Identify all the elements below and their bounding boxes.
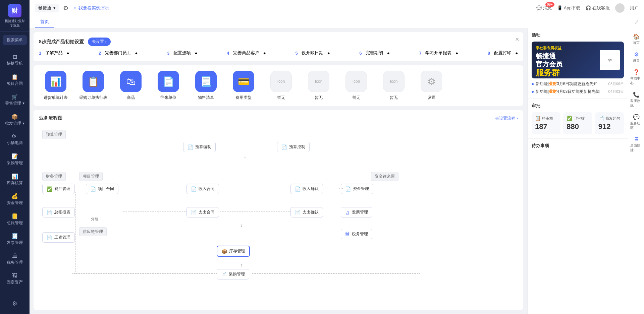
quick-icon-0[interactable]: 📊 进货单统计表 [39, 71, 72, 101]
node-income-confirm[interactable]: 📄 收入确认 [290, 184, 323, 194]
right-quick-item-1[interactable]: ⚙ 设置 [629, 49, 644, 66]
right-quick-item-2[interactable]: ❓ 帮助中心 [629, 66, 644, 88]
sidebar-item-1[interactable]: 📋 项目合同 [2, 70, 28, 90]
sidebar-item-6[interactable]: 📊 库存核算 [2, 170, 28, 189]
sidebar-item-11[interactable]: 🏗 固定资产 [2, 269, 28, 289]
todo-section: 待办事项 [528, 139, 628, 156]
sidebar-item-9[interactable]: 🧾 发票管理 [2, 230, 28, 249]
tab-expand-icon[interactable]: ⤢ [634, 19, 639, 25]
sidebar-search[interactable]: 搜索菜单 [0, 32, 30, 48]
node-inventory[interactable]: 📦 库存管理 [217, 246, 250, 257]
line-confirm-capital [327, 188, 341, 188]
sidebar-item-10[interactable]: 🏛 税务管理 [2, 250, 28, 269]
user-avatar[interactable] [615, 3, 625, 13]
flow-settings-link[interactable]: 去设置流程 › [495, 116, 518, 121]
node-asset[interactable]: ✅ 资产管理 [42, 184, 75, 194]
setup-step-line-2 [199, 53, 226, 53]
quick-icon-9[interactable]: Icon 暂无 [377, 71, 411, 101]
sidebar-item-5[interactable]: 📝 采购管理 [2, 150, 28, 169]
purchase-icon: 📄 [221, 272, 227, 277]
quick-icon-3[interactable]: 📄 往来单位 [152, 71, 185, 101]
setup-step-line-6 [460, 53, 486, 53]
activity-title: 活动 [532, 32, 624, 38]
demo-link[interactable]: ○ 我要看实例演示 [74, 5, 109, 11]
node-expense-contract[interactable]: 📄 支出合同 [186, 207, 219, 217]
quick-icon-label-0: 进货单统计表 [44, 95, 68, 101]
quick-icon-7[interactable]: Icon 暂无 [302, 71, 335, 101]
node-income-contract[interactable]: 📄 收入合同 [186, 184, 219, 194]
quick-icon-label-10: 设置 [427, 95, 435, 101]
quick-icon-10[interactable]: ⚙ 设置 [415, 71, 448, 101]
quick-icon-label-2: 商品 [127, 95, 135, 101]
arrow-budget-down: ↓ [244, 153, 246, 160]
income-confirm-icon: 📄 [295, 186, 301, 192]
quick-icon-4[interactable]: 📃 物料清单 [189, 71, 223, 101]
tab-home[interactable]: 首页 [35, 16, 54, 28]
approval-card-1[interactable]: ✅ 已审核 880 [563, 112, 592, 134]
right-quick-item-3[interactable]: 📞 客服热线 [629, 89, 644, 111]
sidebar-item-12[interactable]: 💵 工资 [2, 289, 28, 293]
right-quick-label-2: 帮助中心 [630, 76, 642, 85]
setup-step-3: 4 完善商品客户 ● [227, 50, 266, 56]
node-budget-compile[interactable]: 📄 预算编制 [183, 142, 216, 152]
node-budget-control[interactable]: 📄 预算控制 [277, 142, 310, 152]
news-item-0[interactable]: 新功能|业财3月6日功能更新抢先知 03月06日 [532, 81, 624, 87]
node-tax[interactable]: 🏛 税务管理 [341, 229, 372, 239]
banner-line1: 畅捷通 [536, 52, 562, 60]
right-quick-item-4[interactable]: 💬 服务社区 [629, 111, 644, 133]
approval-card-2[interactable]: 📄 我发起的 912 [595, 112, 624, 134]
sidebar-item-label-8: 总账管理 [7, 221, 23, 226]
approval-card-label-0: 📋 待审核 [535, 116, 557, 121]
search-menu-button[interactable]: 搜索菜单 [3, 35, 27, 45]
online-service-button[interactable]: 🎧 在线客服 [586, 5, 610, 11]
right-quick-item-5[interactable]: 🖥 桌面快捷 [629, 134, 644, 155]
quick-icon-8[interactable]: Icon 暂无 [339, 71, 373, 101]
download-icon: 📱 [557, 5, 562, 10]
approval-card-num-1: 880 [567, 122, 589, 131]
approval-card-label-2: 📄 我发起的 [598, 116, 621, 121]
sidebar-menu: ⊞ 快捷导航 📋 项目合同 🛒 零售管理 ▾ 📦 批发管理 ▾ 🛍 小畅电商 📝… [0, 48, 30, 293]
node-capital-mgmt[interactable]: 📄 资金管理 [341, 184, 373, 194]
approval-card-0[interactable]: 📋 待审核 187 [532, 112, 560, 134]
quick-icon-6[interactable]: Icon 暂无 [264, 71, 298, 101]
sidebar-item-icon-2: 🛒 [11, 93, 18, 100]
setup-step-line-1 [139, 53, 166, 53]
quick-icon-box-8: Icon [345, 71, 367, 92]
activity-banner[interactable]: 享社群专属权益 畅捷通 官方会员 服务群 专属通道 QR [532, 42, 624, 78]
sidebar-item-7[interactable]: 💰 资金管理 [2, 190, 28, 209]
logo-text: 畅捷通好业财 专业版 [5, 19, 25, 27]
setup-close-button[interactable]: ✕ [515, 36, 519, 43]
approval-card-icon-1: ✅ [567, 116, 572, 121]
sidebar-item-2[interactable]: 🛒 零售管理 ▾ [2, 90, 28, 110]
sidebar-item-0[interactable]: ⊞ 快捷导航 [2, 50, 28, 70]
quick-icon-box-4: 📃 [195, 71, 217, 92]
node-project-contract[interactable]: 📄 项目合同 [86, 184, 118, 194]
right-quick-label-4: 服务社区 [630, 121, 642, 130]
sidebar-item-3[interactable]: 📦 批发管理 ▾ [2, 110, 28, 130]
node-invoice-mgmt[interactable]: 🖨 发票管理 [341, 207, 372, 217]
right-quick-item-0[interactable]: 🏠 首页 [629, 31, 644, 48]
sidebar: 财 畅捷通好业财 专业版 搜索菜单 ⊞ 快捷导航 📋 项目合同 🛒 零售管理 ▾… [0, 0, 30, 314]
quick-icon-label-9: 暂无 [390, 95, 398, 101]
sidebar-settings-icon[interactable]: ⚙ [9, 297, 20, 310]
node-salary[interactable]: 📄 工资管理 [42, 232, 75, 243]
node-ledger[interactable]: 📄 总账报表 [42, 207, 75, 217]
setup-step-0: 1 了解产品 ● [39, 50, 69, 56]
sidebar-item-8[interactable]: 📒 总账管理 [2, 210, 28, 229]
ledger-icon: 📄 [47, 210, 52, 215]
quick-icon-2[interactable]: 🛍 商品 [114, 71, 148, 101]
app-download-button[interactable]: 📱 App下载 [557, 5, 580, 11]
node-expense-confirm[interactable]: 📄 支出确认 [290, 207, 323, 217]
quick-icon-1[interactable]: 📋 采购订单执行表 [76, 71, 110, 101]
news-item-1[interactable]: 新功能|业财4月03日功能更新抢先知 04月03日 [532, 89, 624, 95]
quick-icon-box-9: Icon [383, 71, 405, 92]
topbar-settings-icon[interactable]: ⚙ [63, 4, 68, 12]
company-selector[interactable]: 畅捷通 [35, 4, 59, 12]
quick-icon-5[interactable]: 💳 费用类型 [227, 71, 260, 101]
flow-canvas: 预算管理 财务管理 项目管理 供应链管理 资金往来票 📄 预算编制 📄 预算控制 [39, 127, 518, 281]
sidebar-item-4[interactable]: 🛍 小畅电商 [2, 130, 28, 149]
messages-button[interactable]: 💬 消息 99+ [536, 5, 552, 11]
budget-compile-icon: 📄 [187, 144, 193, 150]
setup-go-button[interactable]: 去设置 › [88, 38, 111, 46]
node-purchase[interactable]: 📄 采购管理 [217, 269, 249, 279]
